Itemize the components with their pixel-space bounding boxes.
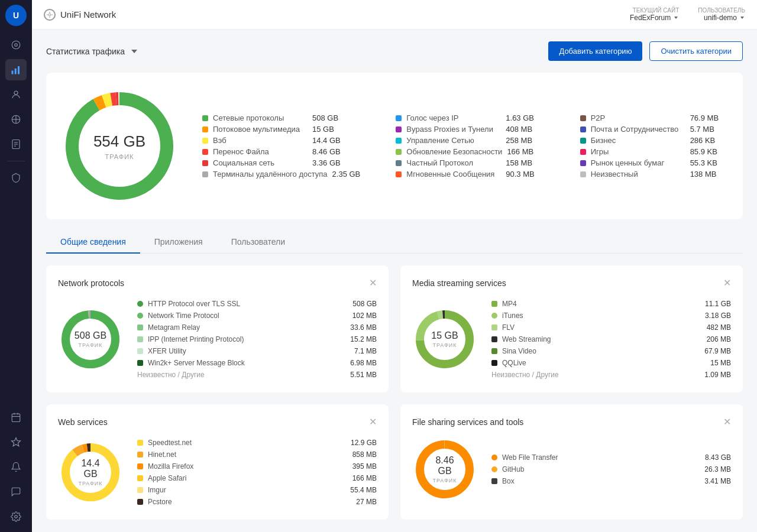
panel-media-streaming-donut-label: 15 GB ТРАФИК <box>431 330 458 348</box>
list-item-footer: Неизвестно / Другие 5.51 MB <box>137 369 377 381</box>
sidebar-item-clients[interactable] <box>5 84 27 105</box>
main-donut: 554 GB ТРАФИК <box>60 87 179 205</box>
panel-web-services-list: Speedtest.net 12.9 GB Hinet.net 858 MB M… <box>137 437 377 508</box>
panel-web-services-header: Web services ✕ <box>58 416 377 427</box>
list-item: MP4 11.1 GB <box>491 298 731 310</box>
panel-media-streaming: Media streaming services ✕ <box>400 265 743 392</box>
add-category-button[interactable]: Добавить категорию <box>548 41 642 61</box>
list-dot <box>137 440 143 446</box>
legend-item-voice: Голос через IP 1.63 GB <box>396 113 544 122</box>
sidebar-divider-1 <box>7 161 25 161</box>
legend-dot-bypass <box>396 126 402 132</box>
panel-media-streaming-donut: 15 GB ТРАФИК <box>412 307 477 372</box>
legend-dot-streaming <box>202 126 208 132</box>
legend-dot-network <box>202 115 208 121</box>
list-dot <box>137 336 143 342</box>
legend-dot-business <box>580 138 586 144</box>
topbar-user-label: ПОЛЬЗОВАТЕЛЬ <box>698 7 745 14</box>
sidebar-item-security[interactable] <box>5 167 27 189</box>
svg-point-5 <box>14 91 18 95</box>
panel-file-sharing: File sharing services and tools ✕ <box>400 404 743 520</box>
legend-item-p2p: P2P 76.9 MB <box>580 113 729 122</box>
legend-item-security-update: Обновление Безопасности 166 MB <box>396 147 544 156</box>
list-dot <box>491 478 497 484</box>
panel-network-protocols-header: Network protocols ✕ <box>58 277 377 288</box>
sidebar-item-reports[interactable] <box>5 134 27 155</box>
list-item: Sina Video 67.9 MB <box>491 345 731 357</box>
legend-dot-file <box>202 149 208 155</box>
svg-rect-3 <box>15 69 17 74</box>
topbar-site: ТЕКУЩИЙ САЙТ FedExForum <box>630 7 679 22</box>
legend-dot-stock <box>580 160 586 166</box>
panel-file-sharing-close[interactable]: ✕ <box>723 416 731 427</box>
panel-web-services-close[interactable]: ✕ <box>369 416 377 427</box>
sidebar-item-settings[interactable] <box>5 506 27 527</box>
panel-media-streaming-close[interactable]: ✕ <box>723 277 731 288</box>
list-item: HTTP Protocol over TLS SSL 508 GB <box>137 298 377 310</box>
topbar-user: ПОЛЬЗОВАТЕЛЬ unifi-demo <box>698 7 745 22</box>
list-item: GitHub 26.3 MB <box>491 463 731 475</box>
legend-item-streaming: Потоковое мультимедиа 15 GB <box>202 125 360 134</box>
main-donut-sub: ТРАФИК <box>93 153 145 160</box>
tab-users[interactable]: Пользователи <box>217 231 299 254</box>
list-dot <box>137 325 143 330</box>
panel-network-protocols-content: 508 GB ТРАФИК HTTP Protocol over TLS SSL… <box>58 298 377 381</box>
topbar-title: UniFi Network <box>60 9 116 20</box>
panel-file-sharing-content: 8.46 GB ТРАФИК Web File Transfer 8.43 GB <box>412 437 731 502</box>
tab-overview[interactable]: Общие сведения <box>46 231 140 254</box>
list-item: Mozilla Firefox 395 MB <box>137 460 377 472</box>
svg-rect-4 <box>18 66 20 74</box>
sidebar-item-statistics[interactable] <box>5 59 27 80</box>
list-item: iTunes 3.18 GB <box>491 310 731 322</box>
list-item: QQLive 15 MB <box>491 357 731 369</box>
legend-item-network-mgmt: Управление Сетью 258 MB <box>396 136 544 145</box>
legend-dot-network-mgmt <box>396 138 402 144</box>
header-left: Статистика трафика <box>46 47 139 56</box>
sidebar-item-chat[interactable] <box>5 481 27 502</box>
panel-network-protocols-close[interactable]: ✕ <box>369 277 377 288</box>
sidebar-item-notifications[interactable] <box>5 456 27 478</box>
panel-network-protocols-donut: 508 GB ТРАФИК <box>58 307 123 372</box>
list-dot <box>137 360 143 366</box>
list-item: Box 3.41 MB <box>491 475 731 487</box>
topbar-logo: UniFi Network <box>44 9 116 21</box>
legend-item-remote: Терминалы удалённого доступа 2.35 GB <box>202 170 360 179</box>
topbar-site-value[interactable]: FedExForum <box>630 14 679 22</box>
list-item: Web Streaming 206 MB <box>491 333 731 345</box>
topbar-user-value[interactable]: unifi-demo <box>704 14 745 22</box>
panels-grid: Network protocols ✕ 508 GB ТРАФИК <box>46 265 743 520</box>
header-buttons: Добавить категорию Очистить категории <box>548 41 743 61</box>
list-item: Web File Transfer 8.43 GB <box>491 452 731 463</box>
list-dot <box>137 475 143 481</box>
list-item: Metagram Relay 33.6 MB <box>137 322 377 333</box>
legend-dot-p2p <box>580 115 586 121</box>
list-dot <box>137 313 143 319</box>
clear-categories-button[interactable]: Очистить категории <box>649 41 743 61</box>
legend-dot-private-proto <box>396 160 402 166</box>
list-item: Network Time Protocol 102 MB <box>137 310 377 322</box>
svg-marker-17 <box>12 438 21 446</box>
legend-item-social: Социальная сеть 3.36 GB <box>202 158 360 167</box>
legend-item-file: Перенос Файла 8.46 GB <box>202 147 360 156</box>
panel-web-services-title: Web services <box>58 417 108 427</box>
topbar-logo-icon <box>44 9 56 21</box>
panel-media-streaming-title: Media streaming services <box>412 278 506 288</box>
legend-dot-remote <box>202 171 208 177</box>
sidebar-item-schedule[interactable] <box>5 407 27 428</box>
tab-applications[interactable]: Приложения <box>140 231 217 254</box>
sidebar-item-dashboard[interactable] <box>5 34 27 56</box>
legend-item-mail: Почта и Сотрудничество 5.7 MB <box>580 125 729 134</box>
sidebar-item-favorites[interactable] <box>5 432 27 453</box>
main-donut-value: 554 GB <box>93 132 145 151</box>
list-item-footer: Неизвестно / Другие 1.09 MB <box>491 369 731 381</box>
panel-web-services: Web services ✕ <box>46 404 389 520</box>
app-logo[interactable]: U <box>5 5 27 26</box>
sidebar-item-topology[interactable] <box>5 109 27 130</box>
svg-rect-2 <box>12 71 14 74</box>
topbar-right: ТЕКУЩИЙ САЙТ FedExForum ПОЛЬЗОВАТЕЛЬ uni… <box>630 7 745 22</box>
panel-network-protocols-donut-label: 508 GB ТРАФИК <box>75 330 106 348</box>
header-row: Статистика трафика Добавить категорию Оч… <box>46 41 743 61</box>
list-dot <box>137 463 143 469</box>
list-dot <box>491 455 497 460</box>
panel-web-services-donut-label: 14.4 GB ТРАФИК <box>75 458 107 486</box>
